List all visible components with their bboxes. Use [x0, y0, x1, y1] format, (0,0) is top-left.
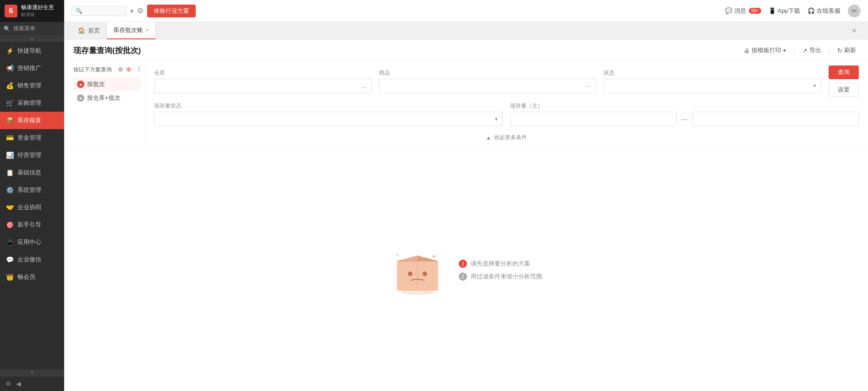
warehouse-batch-option-icon: ●: [77, 94, 84, 102]
tip-num-2: 2: [459, 272, 467, 281]
tip-text-1: 请先选择要分析的方案: [471, 260, 530, 268]
page-header: 现存量查询(按批次) 🖨 按模板打印 ▾ | ↗ 导出 | ↻ 刷新: [64, 39, 868, 60]
sales-icon: 💰: [5, 81, 14, 90]
empty-illustration: ✦ ✦: [390, 243, 445, 298]
filter-row-1: 仓库 ... 商品 ··· 状态: [154, 65, 859, 97]
add-scheme-icon[interactable]: ⊕: [118, 65, 123, 74]
filter-sidebar-icons: ⊕ ⊕ 《: [118, 65, 141, 74]
empty-tip-1: 1 请先选择要分析的方案: [459, 260, 542, 268]
inventory-qty-max-input[interactable]: [692, 112, 859, 126]
topbar-right: 💬 消息 99+ 📱 App下载 🎧 在线客服 Rit: [725, 5, 861, 17]
sidebar-item-finance[interactable]: 💳 资金管理: [0, 129, 64, 147]
filter-option-by-batch[interactable]: ● 按批次: [73, 77, 141, 91]
member-icon: 👑: [5, 273, 14, 281]
tab-home[interactable]: 🏠 首页: [71, 22, 107, 39]
sidebar: 6 畅康通好生意 标准版 🔍 搜索菜单 ▲ ⚡ 快捷导航 📢 营销推广 💰 销售…: [0, 0, 64, 391]
message-action[interactable]: 💬 消息 99+: [725, 7, 761, 15]
tab-close-btn[interactable]: ×: [146, 27, 149, 33]
filter-area: 按以下方案查询 ⊕ ⊕ 《 ● 按批次 ● 按仓库+批次: [64, 60, 868, 149]
query-button[interactable]: 查询: [829, 65, 859, 79]
svg-marker-2: [397, 255, 418, 261]
status-select[interactable]: ▾: [604, 79, 821, 93]
inventory-icon: 📦: [5, 116, 14, 125]
sidebar-item-sales[interactable]: 💰 销售管理: [0, 77, 64, 94]
product-input[interactable]: ···: [379, 79, 597, 93]
sidebar-item-appcenter[interactable]: 📱 应用中心: [0, 234, 64, 251]
topbar-search-box[interactable]: 🔍: [71, 6, 126, 16]
export-action[interactable]: ↗ 导出: [800, 45, 824, 56]
message-label: 消息: [734, 7, 746, 15]
app-download-action[interactable]: 📱 App下载: [769, 7, 800, 15]
inventory-qty-min-input[interactable]: [510, 112, 677, 126]
app-download-label: App下载: [778, 7, 800, 15]
inventory-status-select[interactable]: ▾: [154, 112, 503, 126]
tab-panel-close-btn[interactable]: ✕: [848, 25, 861, 36]
refresh-icon: ↻: [837, 47, 842, 54]
sidebar-search[interactable]: 🔍 搜索菜单: [0, 22, 64, 35]
sidebar-item-operation[interactable]: 📊 经营管理: [0, 147, 64, 164]
search-icon: 🔍: [4, 26, 11, 32]
topbar-dropdown-icon[interactable]: ▾: [130, 7, 133, 15]
sidebar-item-newbie[interactable]: 🎯 新手引导: [0, 216, 64, 234]
refresh-action[interactable]: ↻ 刷新: [835, 45, 859, 56]
sidebar-settings-btn[interactable]: ⚙: [5, 380, 11, 387]
tab-inventory-batch[interactable]: 库存批次账 ×: [107, 22, 156, 39]
operation-icon: 📊: [5, 151, 14, 159]
wechat-icon: 💬: [5, 255, 14, 264]
warehouse-input[interactable]: ...: [154, 79, 372, 93]
inventory-status-label: 现存量状态: [154, 102, 503, 110]
filter-option-by-warehouse-batch[interactable]: ● 按仓库+批次: [73, 91, 141, 105]
sidebar-item-member[interactable]: 👑 畅会员: [0, 268, 64, 286]
scheme-label: 按以下方案查询: [73, 66, 112, 74]
empty-svg: ✦ ✦: [390, 243, 445, 298]
filter-field-inventory-status: 现存量状态 ▾: [154, 102, 503, 126]
online-service-action[interactable]: 🎧 在线客服: [808, 7, 841, 15]
settings-button[interactable]: 设置: [829, 83, 859, 97]
tabs-bar: 🏠 首页 库存批次账 × ✕: [64, 22, 868, 39]
sidebar-item-purchase[interactable]: 🛒 采购管理: [0, 94, 64, 112]
collapse-more-label: 收起更多条件: [494, 134, 527, 141]
empty-tip-2: 2 用过滤条件来缩小分析范围: [459, 272, 542, 281]
print-dropdown-icon[interactable]: ▾: [783, 48, 786, 54]
main-area: 🔍 ▾ ⚙ 体验行业方案 💬 消息 99+ 📱 App下载 🎧 在线客服: [64, 0, 868, 391]
service-icon: 🎧: [808, 7, 815, 14]
sidebar-item-enterprise[interactable]: 🤝 企业协同: [0, 199, 64, 216]
sidebar-item-inventory[interactable]: 📦 库存核算: [0, 112, 64, 129]
tip-text-2: 用过滤条件来缩小分析范围: [471, 272, 542, 281]
scroll-down-arrow[interactable]: ▼: [0, 369, 64, 376]
page-content: 现存量查询(按批次) 🖨 按模板打印 ▾ | ↗ 导出 | ↻ 刷新: [64, 39, 868, 391]
sidebar-item-quick-nav[interactable]: ⚡ 快捷导航: [0, 42, 64, 60]
finance-icon: 💳: [5, 134, 14, 142]
collapse-more-btn[interactable]: ▲ 收起更多条件: [154, 132, 859, 143]
collapse-more-icon: ▲: [486, 135, 491, 141]
sidebar-collapse-btn[interactable]: ◀: [16, 380, 21, 387]
filter-field-warehouse: 仓库 ...: [154, 69, 372, 93]
sidebar-item-wechat[interactable]: 💬 企业微信: [0, 251, 64, 268]
filter-action-buttons: 查询 设置: [829, 65, 859, 97]
phone-icon: 📱: [769, 7, 776, 14]
user-action[interactable]: Rit: [848, 5, 861, 17]
print-action[interactable]: 🖨 按模板打印 ▾: [741, 45, 789, 56]
quick-nav-icon: ⚡: [5, 47, 14, 55]
sidebar-item-basic[interactable]: 📋 基础信息: [0, 164, 64, 181]
sidebar-item-marketing[interactable]: 📢 营销推广: [0, 60, 64, 77]
filter-field-status: 状态 ▾: [604, 69, 821, 93]
scroll-up-arrow[interactable]: ▲: [0, 35, 64, 42]
print-icon: 🖨: [744, 47, 750, 54]
experience-btn[interactable]: 体验行业方案: [147, 5, 196, 17]
settings-scheme-icon[interactable]: ⊕: [126, 65, 132, 74]
chevron-down-icon: ▾: [813, 83, 816, 89]
company-name: 畅康通好生意: [21, 4, 54, 11]
sidebar-item-system[interactable]: ⚙️ 系统管理: [0, 181, 64, 199]
tab-home-label: 首页: [88, 27, 100, 35]
svg-text:✦: ✦: [396, 252, 399, 257]
filter-field-product: 商品 ···: [379, 69, 597, 93]
filter-row-2: 现存量状态 ▾ 现存量（主） —: [154, 102, 859, 126]
page-header-actions: 🖨 按模板打印 ▾ | ↗ 导出 | ↻ 刷新: [741, 45, 859, 56]
collapse-scheme-icon[interactable]: 《: [134, 65, 141, 74]
sidebar-nav: ⚡ 快捷导航 📢 营销推广 💰 销售管理 🛒 采购管理 📦 库存核算 💳 资金管…: [0, 42, 64, 369]
export-label: 导出: [809, 46, 821, 54]
purchase-icon: 🛒: [5, 99, 14, 107]
topbar-settings-icon[interactable]: ⚙: [137, 6, 143, 15]
topbar-search-input[interactable]: [84, 8, 121, 14]
